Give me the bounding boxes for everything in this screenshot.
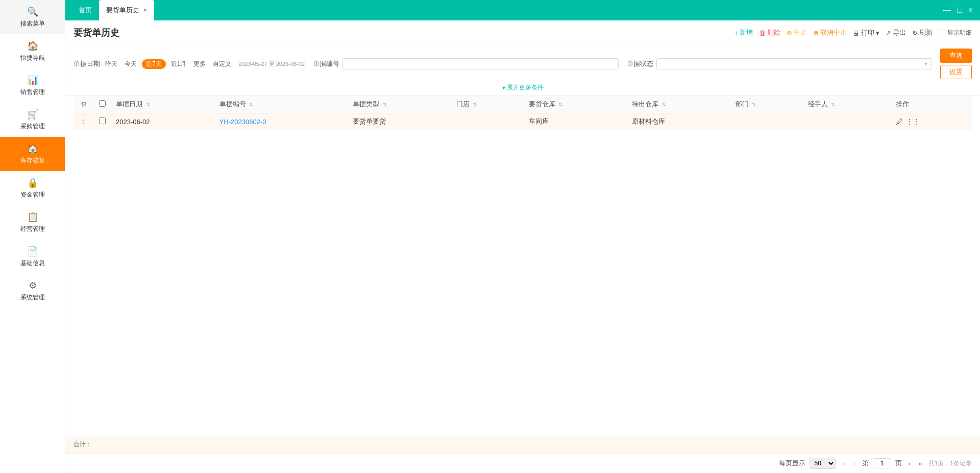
th-handler-label: 经手人 <box>808 100 828 108</box>
row-checkbox[interactable] <box>99 117 106 124</box>
refresh-label: 刷新 <box>919 28 933 37</box>
sidebar-item-label: 采购管理 <box>20 122 45 131</box>
page-number-input[interactable] <box>873 458 891 468</box>
status-select[interactable]: ▾ <box>656 58 932 69</box>
delete-button[interactable]: 🗑 删除 <box>759 28 780 37</box>
page-title: 要货单历史 <box>74 27 734 39</box>
add-button[interactable]: + 新增 <box>734 28 753 37</box>
th-req-warehouse: 要货仓库 ⇅ <box>524 96 627 113</box>
sidebar-item-label: 系统管理 <box>20 293 45 302</box>
cancel-stop-icon: ⊗ <box>813 29 819 37</box>
delete-icon: 🗑 <box>759 29 766 37</box>
sort-handler-icon[interactable]: ⇅ <box>831 102 835 107</box>
sidebar-item-finance[interactable]: 🔒 资金管理 <box>0 171 65 205</box>
expand-label: 展开更多条件 <box>507 83 544 92</box>
tab-history-close[interactable]: × <box>143 7 147 14</box>
refresh-button[interactable]: ↻ 刷新 <box>912 28 933 37</box>
sort-req-warehouse-icon[interactable]: ⇅ <box>558 102 562 107</box>
sort-store-icon[interactable]: ⇅ <box>473 102 477 107</box>
sort-department-icon[interactable]: ⇅ <box>752 102 756 107</box>
tab-home[interactable]: 首页 <box>71 0 99 20</box>
expand-more-btn[interactable]: ▾ 展开更多条件 <box>502 83 544 92</box>
doc-no-input[interactable] <box>342 58 618 69</box>
cell-store <box>451 113 524 130</box>
table-body: 1 2023-06-02 YH-20230602-0 要货单要货 车间库 原材料… <box>74 113 972 130</box>
table-row: 1 2023-06-02 YH-20230602-0 要货单要货 车间库 原材料… <box>74 113 972 130</box>
doc-no-filter: 单据编号 <box>313 58 618 69</box>
print-button[interactable]: 🖨 打印 ▾ <box>853 28 879 37</box>
sidebar-item-label: 快捷导航 <box>20 54 45 62</box>
sort-pending-warehouse-icon[interactable]: ⇅ <box>662 102 666 107</box>
sidebar-item-sales[interactable]: 📊 销售管理 <box>0 68 65 103</box>
page-size-label: 每页显示 <box>779 459 805 468</box>
stop-label: 中止 <box>794 28 807 37</box>
status-filter: 单据状态 ▾ <box>627 58 932 69</box>
doc-no-link[interactable]: YH-20230602-0 <box>219 118 266 126</box>
cancel-stop-button[interactable]: ⊗ 取消中止 <box>813 28 847 37</box>
expand-row: ▾ 展开更多条件 <box>74 83 972 92</box>
th-pending-warehouse: 待出仓库 ⇅ <box>627 96 730 113</box>
setting-button[interactable]: 设置 <box>940 65 972 79</box>
footer-label: 合计： <box>74 440 92 449</box>
quick-nav-icon: 🏠 <box>27 40 38 52</box>
query-button[interactable]: 查询 <box>940 49 972 63</box>
tab-history[interactable]: 要货单历史 × <box>99 0 154 20</box>
sales-icon: 📊 <box>27 75 38 86</box>
cell-doc-date: 2023-06-02 <box>111 113 214 130</box>
show-detail-checkbox[interactable] <box>939 30 945 36</box>
sidebar-item-system[interactable]: ⚙ 系统管理 <box>0 274 65 308</box>
tab-history-label: 要货单历史 <box>106 6 139 15</box>
cell-department <box>730 113 803 130</box>
th-doc-no-label: 单据编号 <box>219 100 246 108</box>
page-unit: 页 <box>895 459 902 468</box>
sidebar-item-inventory[interactable]: 🏠 库存核算 <box>0 137 65 171</box>
toolbar: + 新增 🗑 删除 ⊗ 中止 ⊗ 取消中止 🖨 打印 <box>734 28 972 37</box>
op-more-btn[interactable]: ⋮⋮ <box>906 117 920 126</box>
prev-prev-btn[interactable]: « <box>840 459 847 468</box>
content-area: 要货单历史 + 新增 🗑 删除 ⊗ 中止 ⊗ 取消中止 <box>65 20 980 473</box>
date-yesterday-btn[interactable]: 昨天 <box>103 59 119 69</box>
maximize-button[interactable]: □ <box>956 5 963 16</box>
close-button[interactable]: × <box>967 5 974 16</box>
refresh-icon: ↻ <box>912 29 918 37</box>
sidebar-item-search-menu[interactable]: 🔍 搜索菜单 <box>0 0 65 34</box>
op-edit-btn[interactable]: 🖊 <box>896 117 903 126</box>
next-btn[interactable]: › <box>906 459 912 468</box>
date-more-btn[interactable]: 更多 <box>191 59 208 69</box>
sort-doc-date-icon[interactable]: ⇅ <box>146 102 150 107</box>
cell-req-warehouse: 车间库 <box>524 113 627 130</box>
show-detail-label: 显示明细 <box>947 29 972 37</box>
sort-doc-no-icon[interactable]: ⇅ <box>249 102 253 107</box>
cell-num: 1 <box>74 113 94 130</box>
prev-btn[interactable]: ‹ <box>852 459 858 468</box>
gear-icon[interactable]: ⚙ <box>81 100 87 108</box>
select-all-checkbox[interactable] <box>99 100 106 107</box>
th-doc-no: 单据编号 ⇅ <box>214 96 348 113</box>
sort-doc-type-icon[interactable]: ⇅ <box>383 102 387 107</box>
sidebar-item-purchase[interactable]: 🛒 采购管理 <box>0 103 65 137</box>
th-doc-type: 单据类型 ⇅ <box>348 96 451 113</box>
th-ops: 操作 <box>891 96 972 113</box>
sidebar-item-operation[interactable]: 📋 经营管理 <box>0 205 65 240</box>
table-container: ⚙ 单据日期 ⇅ 单据编号 ⇅ <box>65 96 980 436</box>
sidebar-item-quick-nav[interactable]: 🏠 快捷导航 <box>0 34 65 68</box>
th-handler: 经手人 ⇅ <box>803 96 891 113</box>
status-dropdown-icon: ▾ <box>924 60 927 67</box>
stop-button[interactable]: ⊗ 中止 <box>787 28 807 37</box>
sidebar-item-basic-info[interactable]: 📄 基础信息 <box>0 240 65 274</box>
date-today-btn[interactable]: 今天 <box>122 59 139 69</box>
next-next-btn[interactable]: » <box>916 459 924 468</box>
table-footer: 合计： <box>65 436 980 453</box>
th-doc-date: 单据日期 ⇅ <box>111 96 214 113</box>
date-custom-btn[interactable]: 自定义 <box>211 59 233 69</box>
main-area: 首页 要货单历史 × — □ × 要货单历史 + 新增 🗑 删除 <box>65 0 980 473</box>
date-last1month-btn[interactable]: 近1月 <box>169 59 189 69</box>
page-size-select[interactable]: 50 10 20 100 <box>810 458 836 469</box>
export-button[interactable]: ↗ 导出 <box>886 28 906 37</box>
doc-no-label: 单据编号 <box>313 59 339 68</box>
th-store: 门店 ⇅ <box>451 96 524 113</box>
date-last7days-btn[interactable]: 近7天 <box>142 59 166 69</box>
show-detail-toggle[interactable]: 显示明细 <box>939 29 972 37</box>
minimize-button[interactable]: — <box>942 5 952 16</box>
cell-checkbox <box>94 113 111 130</box>
